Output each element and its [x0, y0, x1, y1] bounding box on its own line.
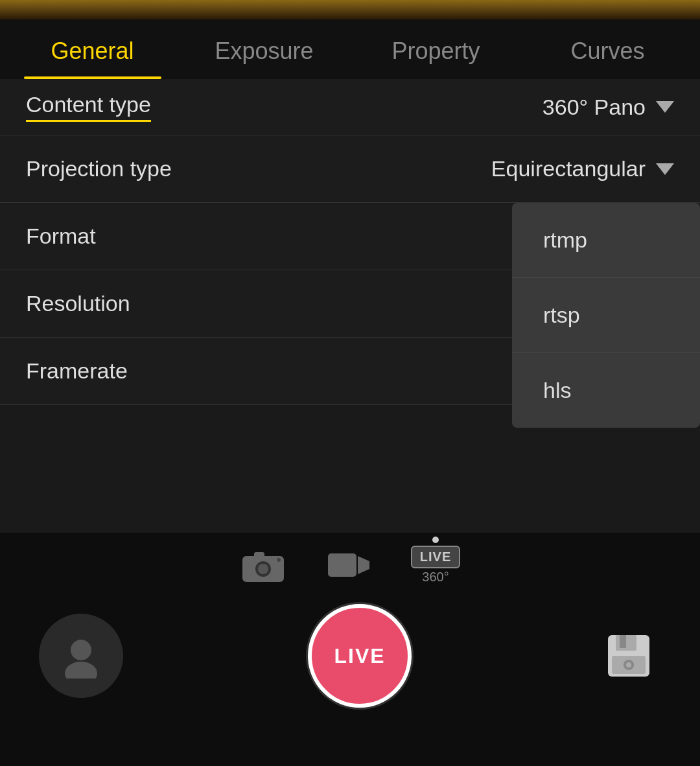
svg-rect-3	[254, 552, 264, 557]
save-button[interactable]	[596, 623, 661, 688]
video-icon	[325, 547, 372, 583]
tab-curves[interactable]: Curves	[522, 19, 694, 79]
format-row-container: Format rtmp rtsp hls	[0, 203, 700, 270]
format-dropdown-menu: rtmp rtsp hls	[512, 203, 700, 428]
dot-indicator	[432, 537, 439, 543]
avatar[interactable]	[39, 614, 123, 698]
dropdown-option-rtsp[interactable]: rtsp	[512, 278, 700, 353]
svg-rect-11	[620, 635, 626, 648]
content-type-value[interactable]: 360° Pano	[542, 95, 674, 120]
framerate-label: Framerate	[26, 358, 128, 384]
mode-icons-row: LIVE 360°	[240, 533, 460, 585]
tab-property[interactable]: Property	[350, 19, 522, 79]
content-type-label: Content type	[26, 92, 151, 122]
tab-general[interactable]: General	[6, 19, 178, 79]
svg-marker-6	[358, 556, 369, 574]
format-label: Format	[26, 224, 96, 249]
camera-icon	[240, 547, 286, 583]
projection-type-row: Projection type Equirectangular	[0, 135, 700, 203]
camera-preview	[0, 0, 700, 19]
tab-exposure[interactable]: Exposure	[178, 19, 350, 79]
svg-point-14	[626, 662, 631, 667]
svg-point-4	[277, 558, 281, 562]
live360-mode-icon[interactable]: LIVE 360°	[411, 546, 460, 585]
svg-point-8	[65, 662, 97, 679]
live-badge: LIVE	[411, 546, 460, 568]
svg-point-7	[71, 640, 91, 660]
video-mode-icon[interactable]	[325, 547, 372, 583]
dropdown-option-hls[interactable]: hls	[512, 353, 700, 428]
live-record-button[interactable]: LIVE	[308, 604, 412, 708]
content-type-row: Content type 360° Pano	[0, 79, 700, 135]
360-label: 360°	[422, 570, 449, 585]
content-type-arrow-icon	[656, 101, 674, 113]
controls-row: LIVE	[0, 604, 700, 708]
dropdown-option-rtmp[interactable]: rtmp	[512, 203, 700, 278]
svg-rect-5	[328, 553, 356, 577]
save-icon	[603, 630, 655, 682]
svg-point-2	[258, 564, 268, 574]
projection-type-label: Projection type	[26, 156, 172, 181]
projection-type-arrow-icon	[656, 163, 674, 175]
resolution-label: Resolution	[26, 291, 130, 316]
settings-list: Projection type Equirectangular Format r…	[0, 135, 700, 405]
avatar-icon	[58, 633, 104, 679]
photo-mode-icon[interactable]	[240, 547, 286, 583]
tab-bar: General Exposure Property Curves	[0, 19, 700, 79]
bottom-toolbar: LIVE 360° LIVE	[0, 533, 700, 766]
projection-type-value[interactable]: Equirectangular	[491, 156, 674, 181]
